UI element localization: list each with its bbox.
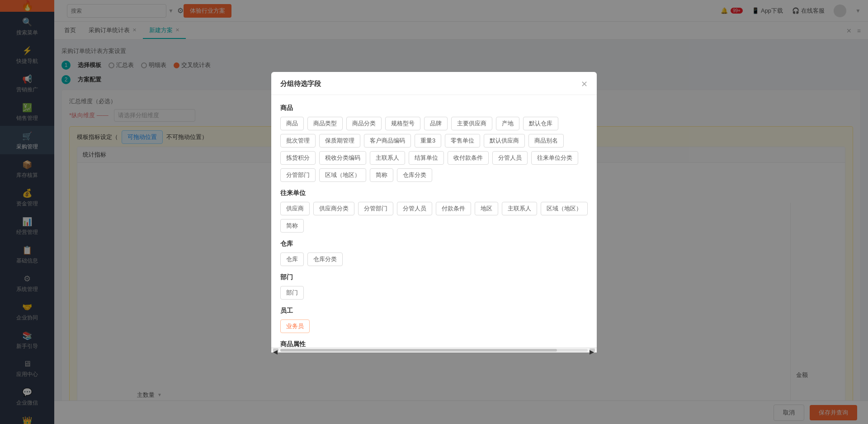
field-tag[interactable]: 供应商分类 <box>313 202 354 215</box>
field-tag[interactable]: 分管人员 <box>492 151 528 165</box>
field-tag[interactable]: 商品类型 <box>307 117 343 130</box>
field-tag[interactable]: 零售单位 <box>445 134 480 148</box>
section-title-warehouse: 仓库 <box>280 240 588 248</box>
field-tag[interactable]: 区域（地区） <box>541 202 588 215</box>
field-tag[interactable]: 商品 <box>280 117 304 130</box>
field-grid-staff: 业务员 <box>280 319 588 333</box>
field-tag[interactable]: 仓库分类 <box>397 168 432 182</box>
section-title-product-attr: 商品属性 <box>280 340 588 348</box>
field-grid-dept: 部门 <box>280 286 588 300</box>
field-tag[interactable]: 默认仓库 <box>523 117 558 130</box>
field-tag[interactable]: 主要供应商 <box>451 117 492 130</box>
modal-body[interactable]: 商品 商品 商品类型 商品分类 规格型号 品牌 主要供应商 产地 默认仓库 批次… <box>271 95 597 348</box>
field-tag[interactable]: 仓库 <box>280 252 304 266</box>
field-tag[interactable]: 拣货积分 <box>280 151 316 165</box>
field-grid-warehouse: 仓库 仓库分类 <box>280 252 588 266</box>
field-tag[interactable]: 区域（地区） <box>319 168 366 182</box>
field-tag[interactable]: 主联系人 <box>370 151 405 165</box>
hscroll-thumb <box>280 349 557 352</box>
hscroll-track <box>280 349 588 352</box>
field-tag[interactable]: 分管部门 <box>280 168 316 182</box>
field-tag[interactable]: 结算单位 <box>409 151 444 165</box>
field-tag[interactable]: 简称 <box>280 219 304 233</box>
field-tag[interactable]: 批次管理 <box>280 134 316 148</box>
field-tag[interactable]: 商品别名 <box>528 134 564 148</box>
modal-header: 分组待选字段 ✕ <box>271 72 597 95</box>
field-tag[interactable]: 分管人员 <box>397 202 432 215</box>
hscroll-left[interactable]: ◀ <box>273 348 278 352</box>
field-tag[interactable]: 往来单位分类 <box>531 151 578 165</box>
field-tag[interactable]: 简称 <box>370 168 393 182</box>
field-tag[interactable]: 主联系人 <box>502 202 537 215</box>
section-title-staff: 员工 <box>280 307 588 315</box>
modal-overlay: 分组待选字段 ✕ 商品 商品 商品类型 商品分类 规格型号 品牌 主要供应商 产… <box>0 0 868 424</box>
field-tag[interactable]: 产地 <box>496 117 519 130</box>
field-tag[interactable]: 收付款条件 <box>448 151 489 165</box>
field-tag[interactable]: 付款条件 <box>436 202 471 215</box>
field-tag[interactable]: 税收分类编码 <box>319 151 366 165</box>
field-tag[interactable]: 规格型号 <box>385 117 420 130</box>
field-tag[interactable]: 分管部门 <box>358 202 393 215</box>
section-title-dept: 部门 <box>280 273 588 281</box>
field-tag[interactable]: 仓库分类 <box>307 252 343 266</box>
field-tag[interactable]: 商品分类 <box>346 117 382 130</box>
field-tag[interactable]: 部门 <box>280 286 304 300</box>
modal-dialog: 分组待选字段 ✕ 商品 商品 商品类型 商品分类 规格型号 品牌 主要供应商 产… <box>271 72 597 353</box>
field-tag[interactable]: 默认供应商 <box>484 134 525 148</box>
field-grid-partners: 供应商 供应商分类 分管部门 分管人员 付款条件 地区 主联系人 区域（地区） … <box>280 202 588 233</box>
field-tag-selected[interactable]: 业务员 <box>280 319 310 333</box>
field-tag[interactable]: 客户商品编码 <box>364 134 411 148</box>
section-title-partners: 往来单位 <box>280 189 588 197</box>
modal-close-button[interactable]: ✕ <box>581 79 588 89</box>
field-tag[interactable]: 保质期管理 <box>319 134 360 148</box>
field-grid-goods: 商品 商品类型 商品分类 规格型号 品牌 主要供应商 产地 默认仓库 批次管理 … <box>280 117 588 182</box>
field-tag[interactable]: 重量3 <box>415 134 441 148</box>
field-tag[interactable]: 品牌 <box>424 117 448 130</box>
field-tag[interactable]: 地区 <box>475 202 498 215</box>
hscroll-right[interactable]: ▶ <box>590 348 595 352</box>
field-tag[interactable]: 供应商 <box>280 202 310 215</box>
modal-title: 分组待选字段 <box>280 80 321 88</box>
modal-hscroll[interactable]: ◀ ▶ <box>271 348 597 352</box>
section-title-goods: 商品 <box>280 104 588 112</box>
